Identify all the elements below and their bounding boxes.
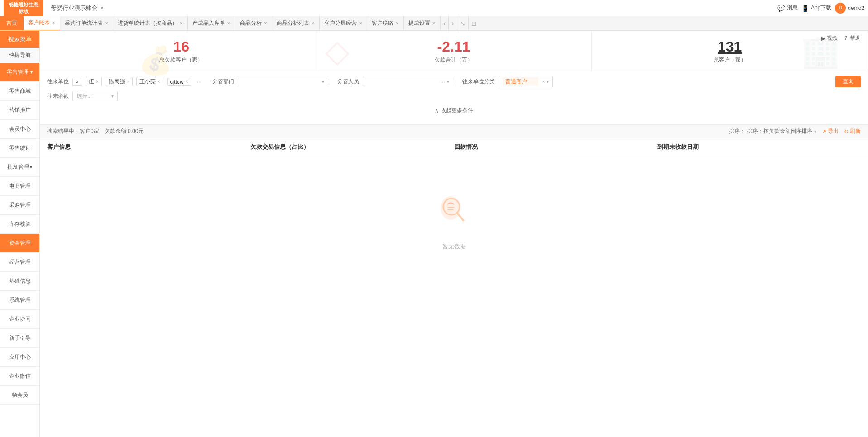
- sidebar-item-guide[interactable]: 新手引导: [0, 329, 39, 348]
- sidebar-item-member[interactable]: 会员中心: [0, 120, 39, 139]
- tab-close-commission[interactable]: ✕: [432, 21, 436, 26]
- app-download-btn[interactable]: 📱 App下载: [801, 4, 831, 12]
- empty-icon: [436, 192, 472, 237]
- stat-label-total: 总客户（家）: [714, 56, 746, 64]
- query-button[interactable]: 查询: [835, 76, 861, 87]
- collapse-btn[interactable]: ∧ 收起更多条件: [435, 107, 473, 114]
- sidebar: 搜索菜单 快捷导航 零售管理 ▾ 零售商城 营销推广 会员中心 零售统计 批发管…: [0, 31, 40, 437]
- account-selector[interactable]: 母婴行业演示账套 ▾: [47, 4, 107, 12]
- tab-customer-layer[interactable]: 客户分层经营 ✕: [320, 16, 367, 31]
- filter-balance-select[interactable]: 选择... ▾: [72, 91, 118, 101]
- unit-type-tag-close[interactable]: ×: [542, 79, 545, 84]
- sidebar-item-wecom[interactable]: 企业微信: [0, 367, 39, 386]
- video-help-links: ▶ 视频 ？ 帮助: [821, 34, 861, 42]
- result-summary: 搜索结果中，客户0家 欠款金额 0.00元: [47, 128, 144, 135]
- debt-amount-text: 欠款金额 0.00元: [105, 128, 144, 135]
- logo-area[interactable]: 畅捷通好生意 标版: [4, 0, 43, 16]
- tab-product-analysis-list[interactable]: 商品分析列表 ✕: [272, 16, 320, 31]
- search-result-text: 搜索结果中，客户0家: [47, 128, 99, 135]
- sidebar-item-appstore[interactable]: 应用中心: [0, 348, 39, 367]
- user-avatar[interactable]: D demo2: [835, 3, 864, 14]
- sidebar-item-inventory[interactable]: 库存核算: [0, 215, 39, 234]
- sidebar-item-retail-stats[interactable]: 零售统计: [0, 139, 39, 158]
- stat-value-total: 131: [714, 38, 746, 55]
- empty-text: 暂无数据: [442, 242, 466, 251]
- sidebar-item-retail-mall[interactable]: 零售商城: [0, 82, 39, 101]
- tab-commission-settings[interactable]: 提成设置 ✕: [404, 16, 441, 31]
- sidebar-item-operations[interactable]: 经营管理: [0, 253, 39, 272]
- tab-more[interactable]: ‹: [441, 16, 449, 31]
- tab-product-analysis[interactable]: 商品分析 ✕: [235, 16, 272, 31]
- sidebar-item-purchase[interactable]: 采购管理: [0, 196, 39, 215]
- svg-line-2: [457, 213, 463, 220]
- sidebar-item-basic[interactable]: 基础信息: [0, 272, 39, 291]
- filter-tag-remove-all[interactable]: ×: [72, 78, 82, 86]
- tab-close-purchase[interactable]: ✕: [105, 21, 108, 26]
- export-btn[interactable]: ↗ 导出: [822, 128, 839, 135]
- logo-text: 畅捷通好生意 标版: [9, 1, 38, 14]
- filter-tag-more[interactable]: ···: [195, 78, 203, 85]
- tab-customer-contact[interactable]: 客户联络 ✕: [367, 16, 404, 31]
- filter-person-label: 分管人员: [337, 78, 359, 86]
- help-link[interactable]: ？ 帮助: [843, 34, 861, 42]
- sidebar-quick-nav[interactable]: 快捷导航: [0, 48, 39, 63]
- tab-customer-ledger[interactable]: 客户账本 ✕: [24, 16, 60, 31]
- table-area: 客户信息 欠款交易信息（占比） 回款情况 到期未收款日期: [40, 138, 868, 437]
- sidebar-item-member-plus[interactable]: 畅会员: [0, 386, 39, 405]
- stat-total-debt-customers: 💰 16 总欠款客户（家）: [40, 31, 316, 71]
- tab-forward[interactable]: ›: [449, 16, 457, 31]
- tab-close-contact[interactable]: ✕: [395, 21, 399, 26]
- stat-icon-diamond: ◇: [325, 33, 350, 70]
- tab-close-stock[interactable]: ✕: [179, 21, 183, 26]
- tab-close-list[interactable]: ✕: [311, 21, 315, 26]
- stat-icon-money: 💰: [139, 44, 173, 76]
- message-btn[interactable]: 💬 消息: [777, 4, 798, 12]
- filter-person-select[interactable]: ··· ▾: [363, 77, 453, 86]
- filter-tag-chen[interactable]: 陈民强 ×: [106, 77, 133, 86]
- tab-stock-stats[interactable]: 进货单统计表（按商品） ✕: [113, 16, 188, 31]
- col-repayment: 回款情况: [454, 143, 657, 151]
- tab-close-inbound[interactable]: ✕: [227, 21, 230, 26]
- col-customer-info: 客户信息: [47, 143, 250, 151]
- video-link[interactable]: ▶ 视频: [821, 34, 838, 42]
- table-header: 客户信息 欠款交易信息（占比） 回款情况 到期未收款日期: [40, 138, 868, 156]
- filter-unit-label: 往来单位: [47, 78, 69, 86]
- sidebar-item-ecommerce[interactable]: 电商管理: [0, 177, 39, 196]
- tab-close-customer-ledger[interactable]: ✕: [52, 20, 55, 25]
- tab-close-product-analysis[interactable]: ✕: [264, 21, 267, 26]
- filter-tag-wang[interactable]: 王小亮 ×: [136, 77, 163, 86]
- filter-balance-label: 往来余额: [47, 92, 69, 100]
- tab-purchase-order[interactable]: 采购订单统计表 ✕: [60, 16, 113, 31]
- sidebar-item-finance[interactable]: 资金管理: [0, 234, 39, 253]
- sidebar-search[interactable]: 搜索菜单: [0, 31, 39, 48]
- filter-unit-type-label: 往来单位分类: [462, 78, 495, 86]
- filter-area: 往来单位 × 伍 × 陈民强 × 王小亮 × cjttcw: [40, 71, 868, 125]
- sidebar-item-retail-mgmt[interactable]: 零售管理 ▾: [0, 63, 39, 82]
- filter-dept-label: 分管部门: [212, 78, 234, 86]
- refresh-btn[interactable]: ↻ 刷新: [844, 128, 861, 135]
- sort-select[interactable]: 排序： 排序：按欠款金额倒序排序 ▾: [729, 128, 816, 135]
- filter-unit-type-select[interactable]: 普通客户 × ▾: [499, 76, 553, 87]
- tab-close-layer[interactable]: ✕: [359, 21, 362, 26]
- main-content: ▶ 视频 ？ 帮助 💰 16 总欠款客户（家）: [40, 31, 868, 437]
- sidebar-item-system[interactable]: 系统管理: [0, 291, 39, 310]
- empty-area: 暂无数据: [40, 156, 868, 287]
- tab-product-inbound[interactable]: 产成品入库单 ✕: [188, 16, 235, 31]
- sidebar-item-marketing[interactable]: 营销推广: [0, 101, 39, 120]
- filter-tag-wu[interactable]: 伍 ×: [86, 77, 102, 86]
- filter-dept-select[interactable]: ▾: [238, 78, 328, 86]
- stat-value-debt: -2.11: [435, 38, 473, 55]
- stats-row: ▶ 视频 ？ 帮助 💰 16 总欠款客户（家）: [40, 31, 868, 71]
- sidebar-item-wholesale[interactable]: 批发管理 ▾: [0, 158, 39, 177]
- col-debt-info: 欠款交易信息（占比）: [250, 143, 454, 151]
- stat-total-debt-amount: ◇ -2.11 欠款合计（万）: [316, 31, 592, 71]
- col-overdue-date: 到期未收款日期: [657, 143, 861, 151]
- stat-label-debt: 欠款合计（万）: [435, 56, 473, 64]
- result-bar: 搜索结果中，客户0家 欠款金额 0.00元 排序： 排序：按欠款金额倒序排序 ▾…: [40, 125, 868, 138]
- tab-expand[interactable]: ⤡: [457, 16, 469, 31]
- sidebar-item-enterprise[interactable]: 企业协同: [0, 310, 39, 329]
- filter-tag-cjttcw[interactable]: cjttcw ×: [167, 78, 192, 86]
- tab-home[interactable]: 首页: [0, 16, 24, 31]
- tab-fullscreen[interactable]: ⊡: [469, 16, 480, 31]
